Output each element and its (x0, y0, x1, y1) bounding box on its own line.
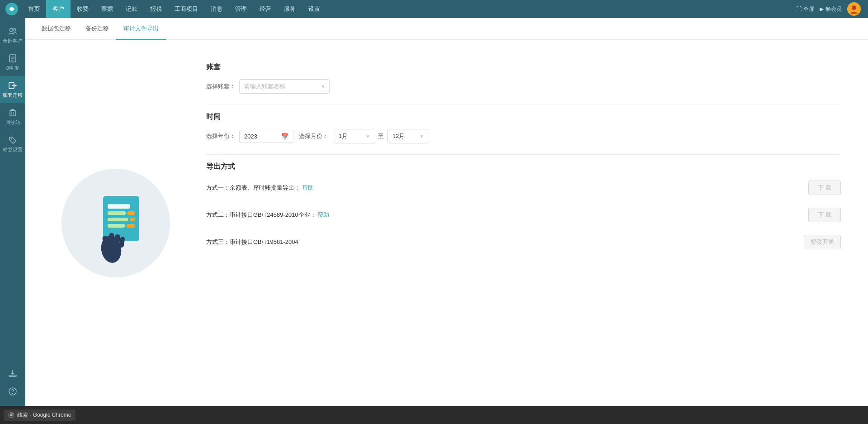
sidebar-download-button[interactable] (0, 364, 25, 382)
svg-point-17 (12, 393, 13, 394)
method-row-3: 方式三：审计接口GB/T19581-2004 暂缓开通 (206, 235, 841, 249)
sidebar-label-zero-report: 0申报 (6, 65, 19, 71)
tab-data-migration[interactable]: 数据包迁移 (34, 18, 78, 40)
account-select-label: 选择账套： (206, 82, 236, 91)
method-1-help-link[interactable]: 帮助 (302, 184, 314, 191)
svg-rect-29 (114, 234, 120, 247)
sidebar: 全部客户 0申报 账套迁移 (0, 18, 25, 406)
method-3-label: 方式三：审计接口GB/T19581-2004 (206, 238, 804, 246)
svg-point-14 (11, 138, 12, 140)
nav-settings[interactable]: 设置 (302, 0, 326, 18)
to-text: 至 (378, 132, 384, 140)
nav-business[interactable]: 工商项目 (168, 0, 204, 18)
method-1-download-button[interactable]: 下 载 (808, 181, 841, 195)
sidebar-label-tag-settings: 标签设置 (3, 146, 23, 153)
app-logo[interactable] (4, 1, 20, 17)
svg-rect-21 (127, 211, 135, 215)
method-2-label: 方式二：审计接口GB/T24589-2010企业： 帮助 (206, 211, 808, 219)
svg-rect-25 (127, 224, 135, 228)
time-section-title: 时间 (206, 112, 841, 122)
method-3-text: 方式三：审计接口GB/T19581-2004 (206, 238, 298, 245)
nav-items: 首页 客户 收费 票据 记账 报税 工商项目 消息 管理 经营 服务 设置 (22, 0, 796, 18)
svg-rect-19 (108, 204, 130, 209)
year-label: 选择年份： (206, 132, 236, 140)
svg-point-4 (13, 29, 16, 31)
tab-audit-export[interactable]: 审计文件导出 (116, 18, 166, 40)
illustration-area (52, 58, 179, 388)
taskbar-chrome-item[interactable]: 线索 - Google Chrome (4, 410, 75, 421)
divider-2 (206, 154, 841, 155)
member-icon: ▶ (820, 6, 824, 12)
svg-rect-11 (10, 110, 15, 116)
nav-client[interactable]: 客户 (46, 0, 71, 18)
chevron-down-icon-month: ▾ (367, 133, 369, 139)
audit-illustration (80, 182, 152, 264)
svg-rect-22 (108, 218, 128, 221)
nav-operation[interactable]: 经营 (253, 0, 278, 18)
divider-1 (206, 105, 841, 105)
method-1-label: 方式一：余额表、序时账批量导出： 帮助 (206, 184, 808, 192)
account-row: 选择账套： 请输入账套名称 ▾ (206, 79, 841, 94)
nav-tax[interactable]: 报税 (144, 0, 168, 18)
sidebar-label-recycle: 回收站 (5, 119, 20, 126)
method-2-text: 方式二：审计接口GB/T24589-2010企业： (206, 211, 316, 218)
account-migrate-icon (8, 81, 18, 91)
sidebar-help-button[interactable] (0, 382, 25, 400)
month-label: 选择月份： (299, 132, 328, 140)
avatar[interactable] (847, 2, 861, 16)
page-content: 账套 选择账套： 请输入账套名称 ▾ 时间 选择年份： 2023 📅 (25, 40, 868, 406)
sidebar-item-account-migrate[interactable]: 账套迁移 (0, 76, 25, 103)
method-3-coming-soon-button[interactable]: 暂缓开通 (804, 235, 841, 249)
method-2-help-link[interactable]: 帮助 (317, 211, 329, 218)
sidebar-item-recycle[interactable]: 回收站 (0, 103, 25, 130)
chevron-down-icon-month-end: ▾ (420, 133, 423, 139)
sidebar-label-all-clients: 全部客户 (3, 38, 23, 44)
nav-billing[interactable]: 收费 (71, 0, 95, 18)
sidebar-item-all-clients[interactable]: 全部客户 (0, 22, 25, 49)
top-navigation: 首页 客户 收费 票据 记账 报税 工商项目 消息 管理 经营 服务 设置 ⛶ … (0, 0, 868, 18)
svg-rect-23 (130, 218, 135, 221)
nav-bookkeeping[interactable]: 记账 (119, 0, 144, 18)
svg-point-1 (10, 7, 14, 11)
account-select-placeholder: 请输入账套名称 (244, 82, 285, 91)
calendar-icon: 📅 (281, 133, 288, 140)
nav-invoice[interactable]: 票据 (95, 0, 119, 18)
month-start-value: 1月 (339, 132, 348, 140)
year-value: 2023 (244, 133, 257, 140)
nav-home[interactable]: 首页 (22, 0, 46, 18)
main-layout: 全部客户 0申报 账套迁移 (0, 18, 868, 406)
svg-rect-15 (9, 375, 16, 376)
top-right-area: ⛶ 全屏 ▶ 畅会员 (796, 2, 868, 16)
tabs-bar: 数据包迁移 备份迁移 审计文件导出 (25, 18, 868, 40)
chevron-down-icon: ▾ (322, 84, 325, 90)
content-area: 数据包迁移 备份迁移 审计文件导出 (25, 18, 868, 406)
taskbar: 线索 - Google Chrome (0, 406, 868, 424)
tab-backup-migration[interactable]: 备份迁移 (78, 18, 116, 40)
account-section-title: 账套 (206, 62, 841, 72)
year-select[interactable]: 2023 📅 (239, 130, 293, 143)
all-clients-icon (8, 26, 18, 36)
member-button[interactable]: ▶ 畅会员 (820, 5, 842, 13)
sidebar-item-tag-settings[interactable]: 标签设置 (0, 130, 25, 157)
fullscreen-button[interactable]: ⛶ 全屏 (796, 5, 814, 13)
time-row: 选择年份： 2023 📅 选择月份： 1月 ▾ 至 12月 ▾ (206, 129, 841, 143)
zero-report-icon (8, 53, 18, 63)
method-row-2: 方式二：审计接口GB/T24589-2010企业： 帮助 下 载 (206, 208, 841, 222)
sidebar-item-zero-report[interactable]: 0申报 (0, 49, 25, 76)
nav-manage[interactable]: 管理 (229, 0, 253, 18)
fullscreen-icon: ⛶ (796, 6, 802, 12)
month-end-value: 12月 (392, 132, 405, 140)
chrome-icon (8, 412, 14, 418)
svg-point-3 (10, 29, 13, 32)
account-select[interactable]: 请输入账套名称 ▾ (239, 79, 330, 94)
method-2-download-button[interactable]: 下 载 (808, 208, 841, 222)
nav-message[interactable]: 消息 (204, 0, 229, 18)
method-row-1: 方式一：余额表、序时账批量导出： 帮助 下 载 (206, 181, 841, 195)
sidebar-bottom (0, 364, 25, 406)
month-end-select[interactable]: 12月 ▾ (387, 129, 428, 143)
month-start-select[interactable]: 1月 ▾ (334, 129, 374, 143)
sidebar-label-account-migrate: 账套迁移 (3, 92, 23, 99)
nav-service[interactable]: 服务 (278, 0, 302, 18)
tag-settings-icon (8, 135, 18, 145)
svg-rect-24 (108, 224, 125, 228)
